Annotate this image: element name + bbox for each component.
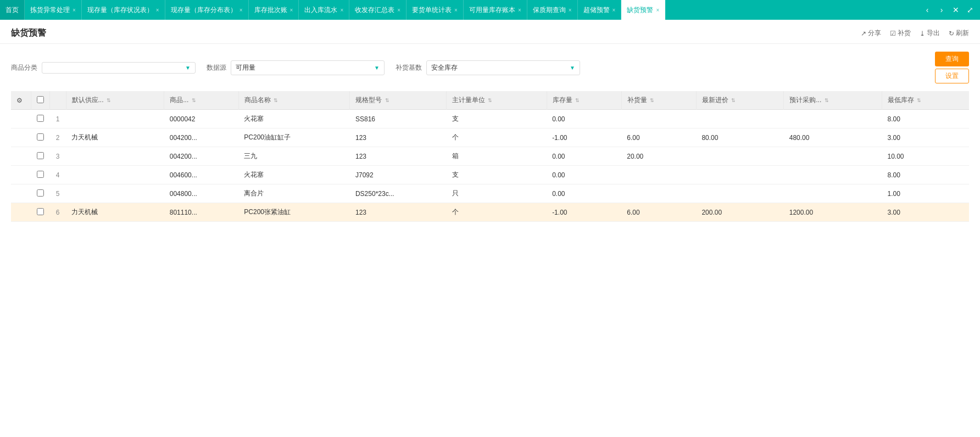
col-est-purchase[interactable]: 预计采购... ⇅ bbox=[784, 91, 882, 110]
nav-tab-order-stats[interactable]: 要货单统计表 × bbox=[407, 0, 464, 20]
nav-tab-close[interactable]: × bbox=[240, 7, 243, 13]
category-select[interactable]: ▼ bbox=[42, 62, 196, 74]
row-checkbox-cell[interactable] bbox=[31, 203, 49, 222]
sort-icon-min-stock: ⇅ bbox=[917, 98, 921, 103]
cell-stock-qty: -1.00 bbox=[547, 128, 621, 147]
nav-tab-expiry-query[interactable]: 保质期查询 × bbox=[527, 0, 578, 20]
row-checkbox-cell[interactable] bbox=[31, 110, 49, 128]
cell-default-supplier bbox=[66, 166, 164, 184]
row-checkbox-cell[interactable] bbox=[31, 166, 49, 184]
col-default-supplier[interactable]: 默认供应... ⇅ bbox=[66, 91, 164, 110]
nav-tab-defect-proc[interactable]: 拣货异常处理 × bbox=[25, 0, 82, 20]
table-wrapper: ⚙ 默认供应... ⇅ 商品... ⇅ 商品名称 bbox=[0, 91, 980, 222]
row-checkbox-cell[interactable] bbox=[31, 128, 49, 147]
nav-close-button[interactable]: ✕ bbox=[949, 3, 962, 16]
nav-tab-close[interactable]: × bbox=[340, 7, 343, 13]
gear-icon[interactable]: ⚙ bbox=[16, 97, 23, 104]
sort-icon-product-name: ⇅ bbox=[274, 98, 278, 103]
cell-est-purchase: 480.00 bbox=[784, 128, 882, 147]
nav-tab-inout-flow[interactable]: 出入库流水 × bbox=[299, 0, 349, 20]
export-button[interactable]: ⤓ 导出 bbox=[920, 29, 940, 38]
nav-tab-close[interactable]: × bbox=[73, 7, 76, 13]
nav-tab-home[interactable]: 首页 bbox=[0, 0, 25, 20]
nav-tab-close[interactable]: × bbox=[156, 7, 159, 13]
row-checkbox[interactable] bbox=[37, 133, 44, 141]
col-product-name[interactable]: 商品名称 ⇅ bbox=[238, 91, 350, 110]
select-all-checkbox[interactable] bbox=[37, 96, 44, 103]
row-checkbox-cell[interactable] bbox=[31, 184, 49, 203]
nav-tab-stock-status[interactable]: 现存量（库存状况表） × bbox=[82, 0, 165, 20]
row-checkbox[interactable] bbox=[37, 189, 44, 197]
nav-tab-shortage[interactable]: 缺货预警 × bbox=[621, 0, 665, 20]
top-navigation: 首页 拣货异常处理 × 现存量（库存状况表） × 现存量（库存分布表） × 库存… bbox=[0, 0, 980, 20]
cell-replenish-qty: 6.00 bbox=[621, 128, 696, 147]
category-filter-label: 商品分类 bbox=[11, 63, 37, 72]
cell-min-stock: 10.00 bbox=[882, 147, 969, 166]
cell-est-purchase bbox=[784, 110, 882, 128]
nav-tab-batch-account[interactable]: 库存批次账 × bbox=[249, 0, 299, 20]
col-product-code[interactable]: 商品... ⇅ bbox=[164, 91, 239, 110]
share-icon: ↗ bbox=[861, 30, 866, 37]
refresh-button[interactable]: ↻ 刷新 bbox=[949, 29, 969, 38]
row-settings-cell bbox=[11, 128, 31, 147]
nav-maximize-button[interactable]: ⤢ bbox=[964, 3, 977, 16]
cell-stock-qty: 0.00 bbox=[547, 166, 621, 184]
replenish-icon: ☑ bbox=[890, 30, 896, 37]
col-row-num bbox=[49, 91, 66, 110]
cell-stock-qty: 0.00 bbox=[547, 147, 621, 166]
row-checkbox[interactable] bbox=[37, 115, 44, 122]
settings-button[interactable]: 设置 bbox=[935, 69, 969, 83]
nav-tab-avail-ledger[interactable]: 可用量库存账本 × bbox=[464, 0, 527, 20]
cell-spec: SS816 bbox=[350, 110, 447, 128]
col-stock-qty[interactable]: 库存量 ⇅ bbox=[547, 91, 621, 110]
col-checkbox bbox=[31, 91, 49, 110]
nav-next-button[interactable]: › bbox=[935, 3, 948, 16]
cell-replenish-qty bbox=[621, 166, 696, 184]
nav-tab-close[interactable]: × bbox=[290, 7, 293, 13]
col-spec-label: 规格型号 bbox=[355, 96, 382, 104]
col-settings[interactable]: ⚙ bbox=[11, 91, 31, 110]
nav-tab-close[interactable]: × bbox=[569, 7, 572, 13]
cell-spec: 123 bbox=[350, 128, 447, 147]
row-checkbox[interactable] bbox=[37, 152, 44, 159]
datasource-select-arrow: ▼ bbox=[374, 65, 380, 71]
nav-tab-close[interactable]: × bbox=[612, 7, 616, 13]
table-row: 4 004600... 火花塞 J7092 支 0.00 8.00 bbox=[11, 166, 969, 184]
nav-tab-close[interactable]: × bbox=[656, 7, 659, 13]
col-latest-price[interactable]: 最新进价 ⇅ bbox=[696, 91, 783, 110]
header-actions: ↗ 分享 ☑ 补货 ⤓ 导出 ↻ 刷新 bbox=[861, 29, 969, 38]
cell-unit: 个 bbox=[447, 128, 547, 147]
replenish-base-select-arrow: ▼ bbox=[570, 65, 575, 71]
query-button[interactable]: 查询 bbox=[935, 52, 969, 66]
nav-tab-close[interactable]: × bbox=[454, 7, 458, 13]
col-replenish-qty[interactable]: 补货量 ⇅ bbox=[621, 91, 696, 110]
col-default-supplier-label: 默认供应... bbox=[72, 96, 104, 104]
col-min-stock[interactable]: 最低库存 ⇅ bbox=[882, 91, 969, 110]
nav-tab-recv-summary[interactable]: 收发存汇总表 × bbox=[349, 0, 407, 20]
nav-tab-stock-dist[interactable]: 现存量（库存分布表） × bbox=[165, 0, 249, 20]
row-checkbox-cell[interactable] bbox=[31, 147, 49, 166]
datasource-filter-label: 数据源 bbox=[207, 63, 226, 72]
col-spec[interactable]: 规格型号 ⇅ bbox=[350, 91, 447, 110]
nav-tab-close[interactable]: × bbox=[397, 7, 400, 13]
sort-icon-default-supplier: ⇅ bbox=[107, 98, 111, 103]
nav-controls: ‹ › ✕ ⤢ bbox=[917, 3, 980, 16]
nav-prev-button[interactable]: ‹ bbox=[921, 3, 934, 16]
share-button[interactable]: ↗ 分享 bbox=[861, 29, 881, 38]
category-select-arrow: ▼ bbox=[185, 65, 191, 71]
datasource-select[interactable]: 可用量 ▼ bbox=[231, 60, 385, 75]
replenish-base-select[interactable]: 安全库存 ▼ bbox=[426, 60, 580, 75]
replenish-button[interactable]: ☑ 补货 bbox=[890, 29, 911, 38]
cell-product-code: 004600... bbox=[164, 166, 239, 184]
nav-tab-close[interactable]: × bbox=[518, 7, 521, 13]
cell-unit: 只 bbox=[447, 184, 547, 203]
nav-tab-overstock[interactable]: 超储预警 × bbox=[578, 0, 622, 20]
row-checkbox[interactable] bbox=[37, 208, 44, 215]
cell-default-supplier bbox=[66, 110, 164, 128]
col-unit[interactable]: 主计量单位 ⇅ bbox=[447, 91, 547, 110]
nav-tab-label: 可用量库存账本 bbox=[469, 5, 515, 15]
cell-est-purchase bbox=[784, 166, 882, 184]
cell-est-purchase bbox=[784, 184, 882, 203]
row-checkbox[interactable] bbox=[37, 171, 44, 178]
cell-product-code: 004200... bbox=[164, 128, 239, 147]
